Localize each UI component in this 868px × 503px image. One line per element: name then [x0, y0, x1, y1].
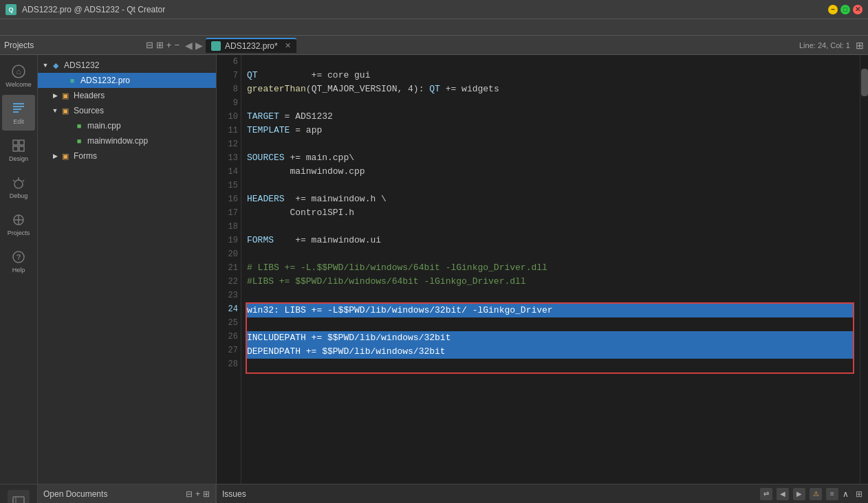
svg-rect-2 — [13, 103, 24, 104]
sidebar-item-debug[interactable]: Debug — [2, 169, 35, 205]
line-numbers: 6 7 8 9 10 11 12 13 14 15 16 17 18 19 20… — [217, 55, 241, 484]
code-line-19: FORMS += mainwindow.ui — [247, 234, 854, 247]
issues-panel: Issues ⇄ ◀ ▶ ⚠ ≡ ∧ ⊞ — [217, 484, 868, 503]
code-line-11: TEMPLATE = app — [247, 124, 854, 137]
line-num: 16 — [219, 192, 238, 206]
line-num: 20 — [219, 247, 238, 261]
code-line-23 — [247, 289, 854, 302]
editor-tab[interactable]: ADS1232.pro* ✕ — [206, 38, 296, 53]
collapse-btn[interactable]: − — [174, 40, 180, 50]
minimize-button[interactable]: – — [828, 5, 838, 14]
tree-item-main-cpp[interactable]: ■ main.cpp — [38, 118, 216, 133]
line-num: 12 — [219, 137, 238, 151]
tree-root[interactable]: ▼ ◆ ADS1232 — [38, 58, 216, 73]
sidebar-item-design[interactable]: Design — [2, 132, 35, 168]
svg-point-10 — [14, 180, 23, 188]
expand-btn[interactable]: + — [166, 40, 172, 50]
svg-line-13 — [23, 180, 24, 181]
line-num: 22 — [219, 275, 238, 289]
sidebar-item-welcome[interactable]: ⌂ Welcome — [2, 58, 35, 93]
file-tree-panel: ▼ ◆ ADS1232 ■ ADS1232.pro ▶ ▣ Headers — [38, 55, 217, 484]
projects-icon — [11, 212, 26, 227]
sidebar-item-projects[interactable]: Projects — [2, 206, 35, 242]
code-line-6 — [247, 55, 854, 69]
line-num: 15 — [219, 179, 238, 192]
filter-btn[interactable]: ⊟ — [146, 40, 153, 50]
code-editor[interactable]: 6 7 8 9 10 11 12 13 14 15 16 17 18 19 20… — [217, 55, 868, 484]
link-btn[interactable]: ⊞ — [156, 40, 164, 50]
svg-rect-7 — [19, 140, 24, 145]
code-line-24: win32: LIBS += -L$$PWD/lib/windows/32bit… — [247, 304, 853, 317]
tab-title: ADS1232.pro* — [225, 41, 278, 51]
bottom-sidebar-project[interactable]: ADS1232 — [6, 490, 32, 503]
line-num: 13 — [219, 151, 238, 165]
pro-label: ADS1232.pro — [80, 76, 130, 85]
open-docs-add-btn[interactable]: + — [195, 489, 200, 499]
tree-item-headers[interactable]: ▶ ▣ Headers — [38, 88, 216, 103]
code-line-26: INCLUDEPATH += $$PWD/lib/windows/32bit — [247, 331, 853, 345]
line-num: 9 — [219, 96, 238, 110]
line-num: 26 — [219, 330, 238, 344]
panel-expand-icon[interactable]: ⊞ — [856, 40, 864, 51]
nav-back-btn[interactable]: ◀ — [185, 40, 193, 51]
welcome-icon: ⌂ — [11, 64, 26, 79]
line-num: 21 — [219, 261, 238, 275]
sources-icon: ▣ — [60, 105, 71, 116]
line-col-info: Line: 24, Col: 1 — [799, 41, 850, 49]
line-num: 14 — [219, 165, 238, 179]
mainwindow-cpp-label: mainwindow.cpp — [87, 136, 148, 146]
code-line-28 — [247, 359, 853, 372]
svg-rect-3 — [13, 106, 24, 107]
tab-close-btn[interactable]: ✕ — [285, 41, 291, 50]
svg-rect-9 — [19, 146, 24, 151]
line-num: 27 — [219, 344, 238, 357]
issues-next-btn[interactable]: ▶ — [793, 488, 805, 500]
issues-title: Issues — [222, 489, 756, 499]
tree-item-forms[interactable]: ▶ ▣ Forms — [38, 148, 216, 164]
tree-item-pro[interactable]: ■ ADS1232.pro — [38, 73, 216, 88]
debug-icon — [11, 175, 26, 190]
close-button[interactable]: ✕ — [853, 5, 862, 14]
main-cpp-icon: ■ — [74, 120, 85, 131]
open-docs-filter-btn[interactable]: ⊟ — [186, 489, 193, 499]
code-line-22: #LIBS += $$PWD/lib/windows/64bit -lGinkg… — [247, 275, 854, 289]
sidebar-item-edit[interactable]: Edit — [2, 95, 35, 131]
maximize-button[interactable]: □ — [840, 5, 850, 14]
root-icon: ◆ — [50, 60, 61, 71]
issues-filter-btn[interactable]: ≡ — [826, 488, 838, 500]
pro-icon: ■ — [67, 75, 78, 86]
svg-rect-19 — [13, 497, 24, 503]
line-num: 28 — [219, 357, 238, 371]
sidebar-debug-label: Debug — [10, 192, 28, 199]
help-icon: ? — [11, 249, 26, 265]
svg-line-12 — [13, 180, 14, 181]
main-layout: ⌂ Welcome Edit — [0, 55, 868, 484]
code-content[interactable]: QT += core gui greaterThan(QT_MAJOR_VERS… — [241, 55, 860, 484]
mainwindow-cpp-icon: ■ — [74, 135, 85, 146]
issues-prev-btn[interactable]: ◀ — [777, 488, 789, 500]
line-num: 19 — [219, 234, 238, 247]
code-line-12 — [247, 137, 854, 151]
open-docs-expand-btn[interactable]: ⊞ — [203, 489, 210, 499]
sidebar-design-label: Design — [9, 155, 28, 162]
line-num: 25 — [219, 316, 238, 330]
headers-icon: ▣ — [60, 90, 71, 101]
issues-warning-btn[interactable]: ⚠ — [810, 488, 822, 500]
line-num: 8 — [219, 82, 238, 96]
editor-scrollbar[interactable] — [860, 55, 868, 484]
edit-icon — [11, 101, 26, 116]
sidebar-icons: ⌂ Welcome Edit — [0, 55, 38, 484]
issues-sync-btn[interactable]: ⇄ — [760, 488, 772, 500]
line-num: 6 — [219, 55, 238, 69]
tree-item-mainwindow-cpp[interactable]: ■ mainwindow.cpp — [38, 133, 216, 148]
issues-close-btn[interactable]: ∧ — [843, 489, 849, 499]
code-selection-box: win32: LIBS += -L$$PWD/lib/windows/32bit… — [246, 302, 854, 374]
tree-item-sources[interactable]: ▼ ▣ Sources — [38, 103, 216, 118]
root-label: ADS1232 — [64, 60, 99, 70]
forms-arrow: ▶ — [50, 153, 60, 159]
editor-area: 6 7 8 9 10 11 12 13 14 15 16 17 18 19 20… — [217, 55, 868, 484]
code-line-27: DEPENDPATH += $$PWD/lib/windows/32bit — [247, 345, 853, 359]
nav-forward-btn[interactable]: ▶ — [195, 40, 203, 51]
issues-expand-btn[interactable]: ⊞ — [856, 489, 862, 499]
sidebar-item-help[interactable]: ? Help — [2, 243, 35, 279]
